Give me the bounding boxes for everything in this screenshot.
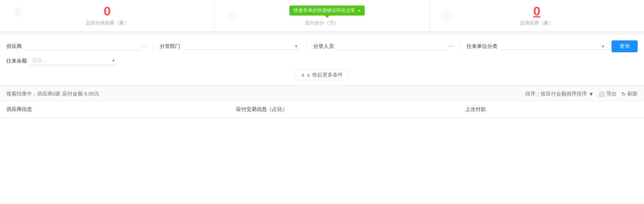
dept-select[interactable]: ▼	[183, 43, 300, 50]
balance-select-text: 选择...	[32, 57, 46, 64]
person-input[interactable]	[337, 42, 447, 50]
results-summary: 搜索结果中，供应商0家 应付金额 0.00元	[6, 90, 99, 97]
svg-point-6	[233, 16, 235, 17]
collapse-row: ∧ ∧ 收起更多条件	[6, 69, 638, 80]
search-button[interactable]: 查询	[612, 40, 638, 52]
filter-unit-category: 往来单位分类 ▼	[467, 43, 607, 50]
stat-label-payable-total: 应付合计（万）	[305, 20, 339, 27]
dept-chevron-icon: ▼	[294, 44, 299, 49]
supplier-label: 供应商	[6, 43, 22, 50]
table-header: 供应商信息 应付交易信息（占比） 上次付款	[0, 101, 644, 118]
tooltip-container: 快速录单的快捷键说明在这里 ×	[314, 2, 340, 11]
export-label: 导出	[606, 90, 617, 97]
svg-rect-12	[447, 13, 448, 14]
balance-chevron-icon: ▼	[111, 58, 116, 63]
sort-chevron-icon: ▼	[589, 91, 594, 97]
supplier-more-icon[interactable]: ···	[141, 43, 147, 50]
export-icon: ⬜	[598, 91, 605, 97]
collapse-button[interactable]: ∧ ∧ 收起更多条件	[294, 69, 350, 80]
svg-rect-9	[444, 11, 446, 12]
collapse-label: 收起更多条件	[312, 71, 343, 78]
divider-1	[153, 42, 153, 50]
svg-point-4	[233, 10, 236, 13]
person-more-icon[interactable]: ···	[448, 43, 453, 50]
col-header-last-payment: 上次付款	[465, 106, 638, 113]
filter-balance: 往来余额 选择... ▼	[6, 56, 117, 65]
unit-category-label: 往来单位分类	[467, 43, 497, 50]
results-actions: 排序：按应付会额倒序排序 ▼ ⬜ 导出 ↻ 刷新	[525, 90, 638, 97]
filter-row-2: 往来余额 选择... ▼	[6, 56, 638, 65]
stats-bar: 0 总应付供应商（家） 快速录单的快捷键说明在这里 × 0.00	[0, 0, 644, 32]
balance-label: 往来余额	[6, 57, 27, 65]
svg-point-5	[229, 16, 231, 17]
refresh-button[interactable]: ↻ 刷新	[621, 90, 638, 97]
unit-category-select[interactable]: ▼	[501, 43, 607, 50]
col-header-transaction-info: 应付交易信息（占比）	[236, 106, 466, 113]
filter-section: 供应商 ··· 分管部门 ▼ 分管人员 ··· 往来单位分类 ▼	[0, 35, 644, 86]
refresh-icon: ↻	[621, 91, 626, 97]
filter-supplier: 供应商 ···	[6, 42, 147, 50]
pig-icon	[223, 6, 242, 26]
collapse-up-icon: ∧ ∧	[301, 72, 311, 78]
results-bar: 搜索结果中，供应商0家 应付金额 0.00元 排序：按应付会额倒序排序 ▼ ⬜ …	[0, 87, 644, 101]
table-body	[0, 118, 644, 204]
stat-label-total-suppliers: 总供应商（家）	[520, 20, 553, 27]
tooltip-close-btn[interactable]: ×	[358, 8, 361, 14]
filter-dept: 分管部门 ▼	[160, 43, 300, 50]
diamond-icon	[8, 6, 27, 26]
person-label: 分管人员	[313, 43, 334, 50]
filter-person: 分管人员 ···	[313, 42, 453, 50]
stat-total-suppliers: 0 总供应商（家）	[430, 0, 644, 31]
divider-3	[460, 42, 460, 50]
balance-select[interactable]: 选择... ▼	[30, 56, 117, 65]
tooltip-text: 快速录单的快捷键说明在这里	[293, 7, 355, 14]
stat-total-payable-suppliers: 0 总应付供应商（家）	[0, 0, 215, 31]
unit-category-chevron-icon: ▼	[601, 44, 605, 49]
svg-rect-10	[447, 11, 448, 12]
building-icon	[438, 6, 457, 26]
sort-label: 排序：按应付会额倒序排序	[525, 90, 587, 97]
stat-number-payable-suppliers: 0	[104, 5, 111, 17]
divider-2	[307, 42, 307, 50]
dept-label: 分管部门	[160, 43, 180, 50]
sort-select[interactable]: 排序：按应付会额倒序排序 ▼	[525, 90, 594, 97]
export-button[interactable]: ⬜ 导出	[598, 90, 617, 97]
refresh-label: 刷新	[627, 90, 638, 97]
stat-number-total-suppliers: 0	[533, 5, 540, 17]
col-header-supplier-info: 供应商信息	[6, 106, 236, 113]
table-container: 供应商信息 应付交易信息（占比） 上次付款	[0, 101, 644, 204]
shortcut-tooltip: 快速录单的快捷键说明在这里 ×	[290, 6, 365, 15]
stat-payable-total: 快速录单的快捷键说明在这里 × 0.00 应付合计（万）	[215, 0, 429, 31]
supplier-input[interactable]	[25, 42, 140, 50]
svg-rect-11	[444, 13, 446, 14]
stat-label-payable-suppliers: 总应付供应商（家）	[86, 20, 129, 27]
filter-row-1: 供应商 ··· 分管部门 ▼ 分管人员 ··· 往来单位分类 ▼	[6, 40, 638, 52]
